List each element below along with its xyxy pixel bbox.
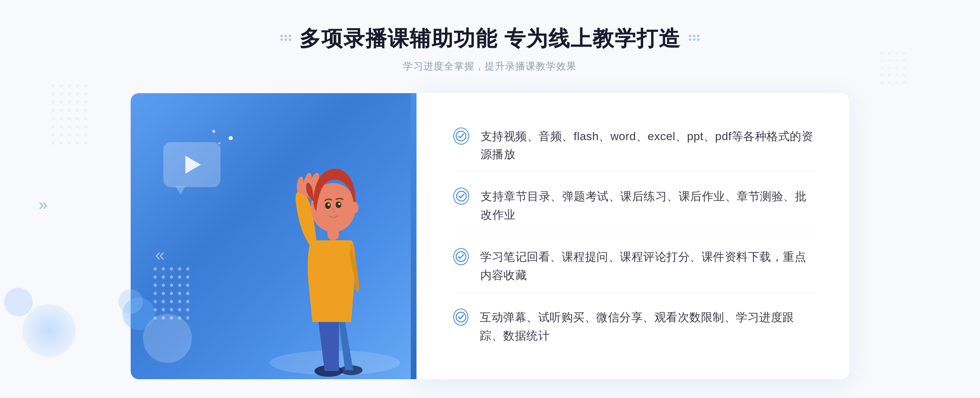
- svg-point-43: [903, 52, 906, 55]
- svg-point-63: [281, 38, 283, 41]
- svg-point-27: [68, 125, 71, 128]
- svg-point-88: [162, 292, 165, 295]
- svg-point-40: [881, 52, 884, 55]
- feature-text-3: 学习笔记回看、课程提问、课程评论打分、课件资料下载，重点内容收藏: [480, 248, 817, 285]
- svg-point-80: [178, 275, 181, 279]
- svg-point-115: [338, 203, 341, 205]
- svg-point-67: [693, 35, 695, 37]
- svg-point-74: [170, 267, 173, 271]
- svg-point-114: [327, 203, 330, 206]
- svg-point-13: [76, 101, 79, 104]
- svg-point-86: [186, 284, 189, 287]
- svg-point-34: [84, 133, 87, 136]
- svg-point-90: [178, 292, 181, 295]
- svg-point-78: [162, 275, 165, 279]
- svg-point-77: [154, 275, 157, 279]
- sparkle-1: [229, 136, 233, 140]
- svg-point-36: [60, 141, 63, 145]
- svg-point-1: [60, 84, 63, 87]
- svg-point-46: [895, 59, 898, 62]
- svg-point-87: [154, 292, 157, 295]
- title-decorator-left: [280, 34, 292, 44]
- blue-circle-tiny: [118, 289, 143, 314]
- svg-point-25: [51, 125, 55, 128]
- svg-point-94: [170, 300, 173, 303]
- svg-point-95: [178, 300, 181, 303]
- feature-item-1: 支持视频、音频、flash、word、excel、ppt、pdf等各种格式的资源…: [453, 120, 817, 172]
- svg-point-96: [186, 300, 189, 303]
- svg-point-33: [76, 133, 79, 136]
- play-icon: [185, 156, 201, 174]
- svg-point-21: [60, 117, 63, 120]
- svg-point-70: [693, 38, 695, 41]
- svg-point-84: [170, 284, 173, 287]
- svg-point-73: [162, 267, 165, 271]
- feature-item-3: 学习笔记回看、课程提问、课程评论打分、课件资料下载，重点内容收藏: [453, 241, 817, 293]
- play-bubble: [163, 142, 229, 199]
- svg-point-15: [51, 109, 55, 112]
- svg-point-116: [350, 202, 359, 213]
- svg-point-57: [888, 81, 891, 84]
- svg-point-32: [68, 133, 71, 136]
- feature-text-2: 支持章节目录、弹题考试、课后练习、课后作业、章节测验、批改作业: [481, 188, 817, 224]
- svg-point-35: [51, 141, 55, 145]
- svg-point-68: [697, 35, 699, 37]
- svg-point-39: [84, 141, 87, 145]
- svg-point-29: [84, 125, 87, 128]
- svg-point-75: [178, 267, 181, 271]
- svg-point-71: [697, 38, 699, 41]
- svg-point-69: [689, 38, 691, 41]
- svg-point-64: [285, 38, 287, 41]
- svg-point-38: [76, 141, 79, 145]
- svg-point-9: [84, 92, 87, 96]
- feature-text-1: 支持视频、音频、flash、word、excel、ppt、pdf等各种格式的资源…: [481, 127, 817, 164]
- svg-point-44: [881, 59, 884, 62]
- svg-point-76: [186, 267, 189, 271]
- svg-point-101: [186, 308, 189, 311]
- svg-point-82: [154, 284, 157, 287]
- svg-point-92: [154, 300, 157, 303]
- svg-point-12: [68, 101, 71, 104]
- svg-point-54: [895, 74, 898, 77]
- svg-point-7: [68, 92, 71, 96]
- svg-point-91: [186, 292, 189, 295]
- svg-point-85: [178, 284, 181, 287]
- check-icon-4: [453, 309, 468, 326]
- outer-circle-small: [4, 288, 33, 316]
- svg-point-81: [186, 275, 189, 279]
- svg-point-48: [881, 67, 884, 69]
- svg-point-41: [888, 52, 891, 55]
- bg-dots-left: /* dots rendered below */: [49, 82, 114, 163]
- svg-point-55: [903, 74, 906, 77]
- svg-point-52: [881, 74, 884, 77]
- svg-point-30: [51, 133, 55, 136]
- svg-point-106: [186, 316, 189, 320]
- svg-point-98: [162, 308, 165, 311]
- svg-point-89: [170, 292, 173, 295]
- svg-point-37: [68, 141, 71, 145]
- feature-item-2: 支持章节目录、弹题考试、课后练习、课后作业、章节测验、批改作业: [453, 180, 817, 232]
- svg-point-18: [76, 109, 79, 112]
- svg-point-5: [51, 92, 55, 96]
- svg-point-11: [60, 101, 63, 104]
- sub-title: 学习进度全掌握，提升录播课教学效果: [280, 60, 700, 73]
- svg-point-14: [84, 101, 87, 104]
- bg-dots-right: [878, 49, 919, 98]
- svg-point-0: [51, 84, 55, 87]
- svg-point-49: [888, 67, 891, 69]
- sparkle-3: [218, 142, 220, 144]
- sparkle-2: [212, 130, 215, 133]
- svg-point-3: [76, 84, 79, 87]
- svg-point-58: [895, 81, 898, 84]
- svg-point-56: [881, 81, 884, 84]
- svg-point-93: [162, 300, 165, 303]
- svg-point-20: [51, 117, 55, 120]
- svg-point-19: [84, 109, 87, 112]
- svg-point-66: [689, 35, 691, 37]
- outer-circle-large: [22, 304, 76, 357]
- illustration-arrows: «: [155, 245, 160, 265]
- svg-point-83: [162, 284, 165, 287]
- character-illustration: [253, 126, 408, 379]
- svg-point-99: [170, 308, 173, 311]
- svg-point-100: [178, 308, 181, 311]
